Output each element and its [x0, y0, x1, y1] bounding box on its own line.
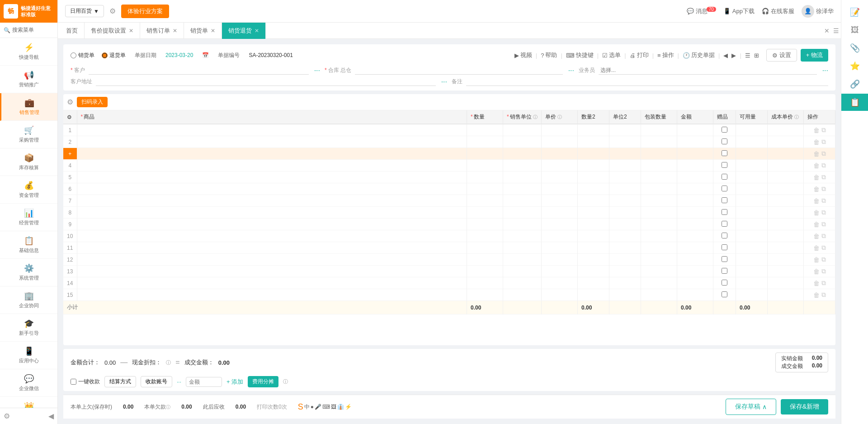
- radio-sales-return[interactable]: 退货单: [102, 52, 126, 59]
- sidebar-item-basic[interactable]: 📋 基础信息: [0, 231, 57, 259]
- right-panel-image[interactable]: 🖼: [841, 22, 868, 38]
- calendar-icon[interactable]: 📅: [202, 52, 209, 58]
- gift-checkbox[interactable]: [722, 244, 727, 250]
- row-delete-icon[interactable]: 🗑: [813, 256, 820, 263]
- settings-gear-icon[interactable]: ⚙: [4, 412, 10, 420]
- right-panel-link[interactable]: 🔗: [841, 76, 868, 93]
- one-key-payment-label[interactable]: 一键收款: [71, 378, 100, 386]
- product-input[interactable]: [81, 150, 463, 157]
- row-gift[interactable]: [713, 136, 736, 148]
- gift-checkbox[interactable]: [722, 138, 727, 144]
- toolbar-select[interactable]: ☑ 选单: [602, 51, 621, 59]
- scan-input-btn[interactable]: 扫码录入: [77, 97, 108, 107]
- sidebar-item-finance[interactable]: 💰 资金管理: [0, 176, 57, 204]
- experience-btn[interactable]: 体验行业方案: [121, 5, 169, 18]
- gift-checkbox[interactable]: [722, 221, 727, 227]
- customer-input[interactable]: [89, 66, 309, 75]
- toolbar-print[interactable]: 🖨 打印: [630, 51, 649, 59]
- toolbar-shortcut[interactable]: ⌨ 快捷键: [566, 51, 594, 59]
- toolbar-video[interactable]: ▶ 视频: [514, 51, 532, 59]
- right-panel-active[interactable]: 📋: [841, 94, 868, 111]
- row-delete-icon[interactable]: 🗑: [813, 280, 820, 287]
- industry-selector[interactable]: 日用百货 ▼: [65, 5, 104, 17]
- row-gift[interactable]: [713, 148, 736, 160]
- sidebar-item-guide[interactable]: 🎓 新手引导: [0, 314, 57, 342]
- toolbar-grid-view[interactable]: ⊞: [754, 52, 759, 59]
- collapse-sidebar-icon[interactable]: ◀: [48, 412, 54, 420]
- agent-input[interactable]: [599, 66, 817, 75]
- message-btn[interactable]: 💬 消息 70: [687, 7, 716, 15]
- sidebar-item-appstore[interactable]: 📱 应用中心: [0, 342, 57, 369]
- sidebar-item-marketing[interactable]: 📢 营销推广: [0, 66, 57, 93]
- close-all-tabs-icon[interactable]: ✕: [824, 27, 830, 34]
- gift-checkbox[interactable]: [722, 291, 727, 297]
- right-panel-attach[interactable]: 📎: [841, 39, 868, 57]
- gift-checkbox[interactable]: [722, 233, 727, 238]
- row-copy-icon[interactable]: ⧉: [821, 256, 826, 263]
- gift-checkbox[interactable]: [722, 186, 727, 191]
- row-delete-icon[interactable]: 🗑: [813, 162, 820, 169]
- row-copy-icon[interactable]: ⧉: [821, 220, 826, 228]
- toolbar-list-view[interactable]: ☰: [745, 52, 750, 59]
- row-copy-icon[interactable]: ⧉: [821, 185, 826, 193]
- gift-checkbox[interactable]: [722, 162, 727, 168]
- row-delete-icon[interactable]: 🗑: [813, 127, 820, 134]
- address-dots-btn[interactable]: ···: [441, 78, 447, 86]
- row-copy-icon[interactable]: ⧉: [821, 209, 826, 216]
- tab-home[interactable]: 首页: [60, 23, 85, 39]
- sidebar-item-system[interactable]: ⚙️ 系统管理: [0, 259, 57, 286]
- online-service-btn[interactable]: 🎧 在线客服: [762, 7, 794, 15]
- tab-sales-return[interactable]: 销货退货 ✕: [222, 23, 266, 39]
- settings-button[interactable]: ⚙ 设置: [766, 49, 797, 62]
- gift-checkbox[interactable]: [722, 268, 727, 274]
- sidebar-item-enterprise[interactable]: 🏢 企业协同: [0, 286, 57, 314]
- save-new-btn[interactable]: 保存&新增: [781, 399, 828, 414]
- row-delete-icon[interactable]: 🗑: [813, 174, 820, 181]
- row-copy-icon[interactable]: ⧉: [821, 150, 826, 157]
- amount-input[interactable]: [186, 377, 222, 387]
- gift-checkbox[interactable]: [722, 280, 727, 286]
- settlement-method-btn[interactable]: 结算方式: [104, 376, 136, 387]
- fee-split-btn[interactable]: 费用分摊: [248, 376, 278, 387]
- row-delete-icon[interactable]: 🗑: [813, 138, 820, 146]
- row-copy-icon[interactable]: ⧉: [821, 173, 826, 181]
- radio-sales-delivery-input[interactable]: [71, 52, 76, 58]
- tab-sales-return-close[interactable]: ✕: [255, 28, 259, 34]
- table-settings-icon[interactable]: ⚙: [67, 98, 73, 106]
- gift-checkbox[interactable]: [722, 127, 727, 133]
- tab-sales-delivery[interactable]: 销货单 ✕: [184, 23, 222, 39]
- address-input[interactable]: [96, 77, 436, 86]
- gift-checkbox[interactable]: [722, 256, 727, 262]
- sidebar-item-shortcut[interactable]: ⚡ 快捷导航: [0, 38, 57, 66]
- tab-price-settings-close[interactable]: ✕: [129, 28, 133, 34]
- app-download-btn[interactable]: 📱 App下载: [723, 7, 755, 15]
- toolbar-help[interactable]: ? 帮助: [541, 51, 557, 59]
- settings-icon[interactable]: ⚙: [109, 7, 116, 15]
- logistics-button[interactable]: + 物流: [801, 49, 828, 62]
- toolbar-next[interactable]: ▶: [731, 52, 736, 59]
- user-menu[interactable]: 👤 徐泽华: [802, 5, 834, 18]
- row-gift[interactable]: [713, 124, 736, 136]
- warehouse-input[interactable]: [355, 66, 562, 75]
- add-payment-btn[interactable]: + 添加: [226, 378, 243, 386]
- gift-checkbox[interactable]: [722, 209, 727, 215]
- account-dots[interactable]: ···: [177, 379, 181, 385]
- row-copy-icon[interactable]: ⧉: [821, 244, 826, 252]
- tab-menu-icon[interactable]: ☰: [833, 27, 839, 34]
- row-delete-icon[interactable]: 🗑: [813, 209, 820, 216]
- search-menu[interactable]: 🔍 搜索菜单: [0, 23, 57, 38]
- sidebar-item-sales[interactable]: 💼 销售管理: [0, 93, 57, 121]
- row-copy-icon[interactable]: ⧉: [821, 197, 826, 205]
- gift-checkbox[interactable]: [722, 197, 727, 203]
- toolbar-history[interactable]: 🕐 历史单据: [683, 51, 715, 59]
- tab-price-settings[interactable]: 售价提取设置 ✕: [85, 23, 140, 39]
- tab-sales-order-close[interactable]: ✕: [173, 28, 177, 34]
- toolbar-prev[interactable]: ◀: [723, 52, 728, 59]
- right-panel-notes[interactable]: 📝: [841, 4, 868, 21]
- row-delete-icon[interactable]: 🗑: [813, 221, 820, 228]
- warehouse-dots-btn[interactable]: ···: [568, 67, 574, 75]
- row-copy-icon[interactable]: ⧉: [821, 232, 826, 240]
- sidebar-item-member[interactable]: 👑 畅会员: [0, 397, 57, 408]
- sidebar-item-operation[interactable]: 📊 经营管理: [0, 204, 57, 231]
- row-copy-icon[interactable]: ⧉: [821, 267, 826, 275]
